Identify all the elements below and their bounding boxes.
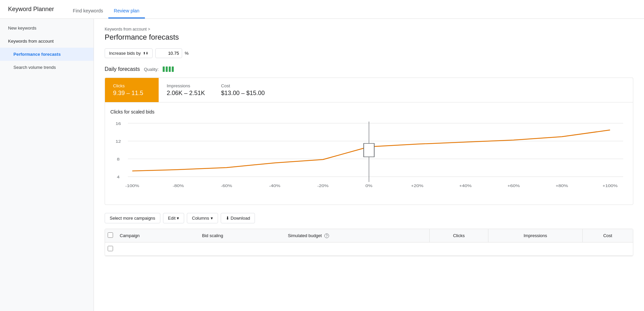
quality-bar-3 [169,66,171,72]
chart-svg: 16 12 8 4 -100% -80% -60% -40% -20% 0% [110,120,628,201]
metric-card-impressions[interactable]: Impressions 2.06K – 2.51K [159,78,213,102]
edit-label: Edit [168,216,175,221]
quality-bars [163,66,174,72]
row-checkbox-cell [105,242,116,256]
quality-label: Quality: [144,67,159,72]
tab-review-plan[interactable]: Review plan [108,8,145,18]
chart-container: Clicks for scaled bids 16 12 8 4 -100% -… [105,102,633,205]
edit-button[interactable]: Edit ▾ [163,213,184,223]
row-checkbox[interactable] [108,246,113,251]
row-impressions-1 [488,242,535,256]
th-cost-group: Cost [582,229,633,242]
breadcrumb-separator: > [148,27,150,32]
impressions-value: 2.06K – 2.51K [167,90,205,97]
row-impressions-2 [535,242,582,256]
cost-value: $13.00 – $15.00 [221,90,265,97]
chevron-icon: ⬆⬇ [143,51,148,55]
metric-card-cost[interactable]: Cost $13.00 – $15.00 [213,78,273,102]
th-clicks-group: Clicks [429,229,488,242]
svg-text:+80%: +80% [555,184,568,188]
th-campaign: Campaign [116,229,198,242]
columns-button[interactable]: Columns ▾ [187,213,218,223]
select-campaigns-button[interactable]: Select more campaigns [105,213,160,223]
page-title: Performance forecasts [105,33,633,42]
campaigns-table: Campaign Bid scaling Simulated budget ? … [105,229,633,256]
bid-percent-label: % [185,51,189,56]
svg-text:+100%: +100% [602,184,618,188]
row-cost-1 [582,242,607,256]
impressions-label: Impressions [167,83,205,88]
svg-text:-20%: -20% [317,184,329,188]
header: Keyword Planner Find keywords Review pla… [0,0,644,19]
download-icon: ⬇ [226,216,229,221]
row-cost-2 [607,242,633,256]
th-impressions-group: Impressions [488,229,582,242]
sidebar-item-search-volume-trends[interactable]: Search volume trends [0,61,94,74]
th-bid-scaling: Bid scaling [198,229,284,242]
columns-chevron-icon: ▾ [211,216,213,221]
breadcrumb: Keywords from account > [105,27,633,32]
breadcrumb-parent[interactable]: Keywords from account [105,27,147,32]
sidebar-item-new-keywords[interactable]: New keywords [0,21,94,35]
layout: New keywords Keywords from account Perfo… [0,19,644,311]
daily-forecasts-header: Daily forecasts Quality: [105,66,633,72]
svg-text:0%: 0% [366,184,373,188]
download-button[interactable]: ⬇ Download [221,213,255,223]
columns-label: Columns [192,216,209,221]
quality-bar-2 [166,66,168,72]
row-clicks-2 [459,242,488,256]
chart-title: Clicks for scaled bids [110,109,628,115]
edit-chevron-icon: ▾ [177,216,179,221]
bid-value-input[interactable] [155,48,182,58]
increase-bids-label: Increase bids by [109,51,141,56]
clicks-label: Clicks [113,83,151,88]
chart-wrapper: 16 12 8 4 -100% -80% -60% -40% -20% 0% [110,120,628,201]
row-bid-scaling [198,242,284,256]
cost-label: Cost [221,83,265,88]
svg-text:-40%: -40% [269,184,280,188]
svg-text:8: 8 [117,157,120,162]
app-title: Keyword Planner [8,6,54,13]
th-simulated-budget: Simulated budget ? [284,229,429,242]
nav-tabs: Find keywords Review plan [67,0,145,18]
svg-text:-100%: -100% [125,184,140,188]
simulated-budget-help-icon[interactable]: ? [324,233,329,238]
svg-text:4: 4 [117,175,120,179]
row-clicks-1 [429,242,459,256]
action-bar: Select more campaigns Edit ▾ Columns ▾ ⬇… [105,213,633,223]
download-label: Download [231,216,250,221]
row-simulated-budget [284,242,429,256]
increase-bids-button[interactable]: Increase bids by ⬆⬇ [105,48,153,58]
sidebar-item-keywords-from-account[interactable]: Keywords from account [0,35,94,48]
metric-cards: Clicks 9.39 – 11.5 Impressions 2.06K – 2… [105,78,633,102]
svg-text:-80%: -80% [173,184,184,188]
quality-bar-4 [172,66,174,72]
svg-text:+40%: +40% [459,184,472,188]
tab-find-keywords[interactable]: Find keywords [67,8,108,18]
th-checkbox [105,229,116,242]
daily-forecasts-title: Daily forecasts [105,66,140,72]
main-content: Keywords from account > Performance fore… [94,19,644,311]
select-all-checkbox[interactable] [108,232,113,238]
quality-bar-1 [163,66,165,72]
sidebar-item-performance-forecasts[interactable]: Performance forecasts [0,48,94,61]
svg-text:+20%: +20% [411,184,423,188]
svg-text:12: 12 [116,139,121,144]
sidebar: New keywords Keywords from account Perfo… [0,19,94,311]
svg-text:+60%: +60% [507,184,520,188]
row-campaign [116,242,198,256]
svg-rect-20 [364,143,374,157]
bid-control: Increase bids by ⬆⬇ % [105,48,633,58]
clicks-value: 9.39 – 11.5 [113,90,151,97]
metric-card-clicks[interactable]: Clicks 9.39 – 11.5 [105,78,159,102]
svg-text:16: 16 [116,122,121,126]
svg-text:-60%: -60% [221,184,232,188]
table-row [105,242,633,256]
table-wrapper: Campaign Bid scaling Simulated budget ? … [105,229,633,256]
